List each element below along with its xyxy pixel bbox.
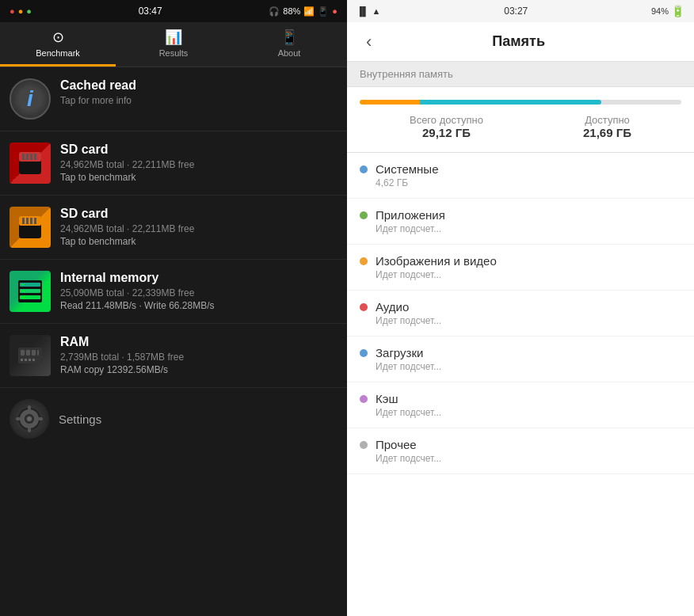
- list-item-internal[interactable]: Internal memory 25,090MB total · 22,339M…: [0, 260, 347, 324]
- sd1-icon: [10, 143, 51, 184]
- svg-rect-34: [16, 417, 21, 420]
- category-dot-5: [360, 395, 368, 403]
- ram-subtitle: 2,739MB total · 1,587MB free: [60, 352, 337, 363]
- category-dot-2: [360, 257, 368, 265]
- svg-rect-21: [26, 350, 30, 356]
- list-item-sd2[interactable]: SD card 24,962MB total · 22,211MB free T…: [0, 196, 347, 260]
- category-dot-1: [360, 211, 368, 219]
- right-panel: ▐▌ ▲ 03:27 94% 🔋 ‹ Память Внутренняя пам…: [347, 0, 694, 616]
- category-name-0: Системные: [376, 162, 438, 176]
- sd1-action: Tap to benchmark: [60, 172, 337, 183]
- category-dot-0: [360, 165, 368, 173]
- notification-dot: ●: [332, 6, 337, 16]
- settings-label: Settings: [59, 413, 101, 426]
- stat-total: Всего доступно 29,12 ГБ: [410, 114, 483, 139]
- sd1-text: SD card 24,962MB total · 22,211MB free T…: [60, 143, 337, 183]
- tab-about[interactable]: 📱 About: [231, 22, 347, 67]
- svg-rect-25: [25, 359, 27, 361]
- category-item-5[interactable]: Кэш Идет подсчет...: [347, 382, 694, 428]
- category-sub-3: Идет подсчет...: [376, 315, 681, 326]
- svg-rect-27: [32, 359, 35, 361]
- tab-results-label: Results: [159, 48, 189, 58]
- category-item-2[interactable]: Изображения и видео Идет подсчет...: [347, 245, 694, 291]
- svg-rect-5: [34, 154, 36, 160]
- tab-bar: ⊙ Benchmark 📊 Results 📱 About: [0, 22, 347, 67]
- page-title: Память: [387, 33, 650, 50]
- app-icon-green: ●: [26, 6, 32, 16]
- list-item-ram[interactable]: RAM 2,739MB total · 1,587MB free RAM cop…: [0, 324, 347, 388]
- tab-about-label: About: [278, 48, 301, 58]
- battery-right-wrap: 94% 🔋: [651, 5, 684, 17]
- category-dot-4: [360, 349, 368, 357]
- svg-rect-11: [34, 218, 36, 224]
- status-bar-left: ● ● ● 03:47 🎧 88% 📶 📱 ●: [0, 0, 347, 22]
- left-panel: ● ● ● 03:47 🎧 88% 📶 📱 ● ⊙ Benchmark 📊 Re…: [0, 0, 347, 616]
- list-item-cached-read[interactable]: i Cached read Tap for more info: [0, 67, 347, 131]
- tab-benchmark-label: Benchmark: [36, 48, 80, 58]
- category-name-5: Кэш: [376, 392, 398, 405]
- ram-title: RAM: [60, 335, 337, 349]
- settings-icon-wrap: [10, 399, 49, 439]
- stat-total-value: 29,12 ГБ: [410, 126, 483, 139]
- tab-results[interactable]: 📊 Results: [116, 22, 231, 67]
- category-name-1: Приложения: [376, 208, 445, 222]
- top-bar: ‹ Память: [347, 22, 694, 62]
- wifi-icon: 📶: [303, 6, 315, 17]
- category-name-4: Загрузки: [376, 346, 423, 359]
- battery-right-icon: 🔋: [671, 5, 684, 17]
- app-icon-red: ●: [10, 6, 15, 16]
- category-name-2: Изображения и видео: [376, 254, 497, 268]
- sd2-text: SD card 24,962MB total · 22,211MB free T…: [60, 207, 337, 247]
- signal-bars: ▐▌: [357, 6, 369, 16]
- internal-title: Internal memory: [60, 271, 337, 285]
- ram-text: RAM 2,739MB total · 1,587MB free RAM cop…: [60, 335, 337, 375]
- svg-rect-22: [32, 350, 36, 356]
- category-sub-4: Идет подсчет...: [376, 361, 681, 372]
- wifi-right: ▲: [372, 6, 381, 16]
- svg-rect-8: [22, 218, 25, 224]
- settings-item[interactable]: Settings: [0, 388, 347, 450]
- storage-categories: Системные 4,62 ГБ Приложения Идет подсче…: [347, 153, 694, 616]
- content-list: i Cached read Tap for more info SD: [0, 67, 347, 616]
- svg-rect-33: [28, 428, 31, 432]
- category-dot-3: [360, 303, 368, 311]
- results-icon: 📊: [165, 29, 182, 46]
- category-dot-6: [360, 441, 368, 449]
- svg-rect-4: [30, 154, 32, 160]
- headphone-icon: 🎧: [269, 6, 280, 17]
- time-left: 03:47: [139, 6, 162, 17]
- sd2-action: Tap to benchmark: [60, 236, 337, 247]
- svg-rect-9: [26, 218, 29, 224]
- category-item-0[interactable]: Системные 4,62 ГБ: [347, 153, 694, 199]
- svg-rect-26: [29, 359, 31, 361]
- stat-avail-value: 21,69 ГБ: [583, 126, 631, 139]
- benchmark-icon: ⊙: [52, 29, 64, 46]
- svg-rect-10: [30, 218, 32, 224]
- svg-rect-17: [21, 291, 25, 291]
- storage-bar: [360, 100, 681, 105]
- category-item-6[interactable]: Прочее Идет подсчет...: [347, 428, 694, 474]
- category-item-3[interactable]: Аудио Идет подсчет...: [347, 291, 694, 337]
- category-sub-5: Идет подсчет...: [376, 407, 681, 418]
- sd2-title: SD card: [60, 207, 337, 221]
- ram-action: RAM copy 12392.56MB/s: [60, 364, 337, 375]
- svg-rect-24: [21, 359, 23, 361]
- internal-subtitle: 25,090MB total · 22,339MB free: [60, 287, 337, 298]
- category-sub-0: 4,62 ГБ: [376, 177, 681, 188]
- category-item-1[interactable]: Приложения Идет подсчет...: [347, 199, 694, 245]
- section-header: Внутренняя память: [347, 62, 694, 87]
- tab-benchmark[interactable]: ⊙ Benchmark: [0, 22, 116, 67]
- sd2-icon: [10, 207, 51, 248]
- category-sub-6: Идет подсчет...: [376, 453, 681, 464]
- about-icon: 📱: [280, 29, 298, 46]
- svg-rect-16: [21, 284, 25, 285]
- svg-rect-32: [28, 405, 31, 410]
- category-item-4[interactable]: Загрузки Идет подсчет...: [347, 337, 694, 382]
- back-button[interactable]: ‹: [360, 29, 378, 55]
- category-name-3: Аудио: [376, 300, 409, 314]
- stat-avail: Доступно 21,69 ГБ: [583, 114, 631, 139]
- cached-read-title: Cached read: [60, 78, 337, 93]
- signal-icon: 📱: [318, 6, 329, 17]
- storage-bar-fill: [360, 100, 601, 105]
- list-item-sd1[interactable]: SD card 24,962MB total · 22,211MB free T…: [0, 131, 347, 196]
